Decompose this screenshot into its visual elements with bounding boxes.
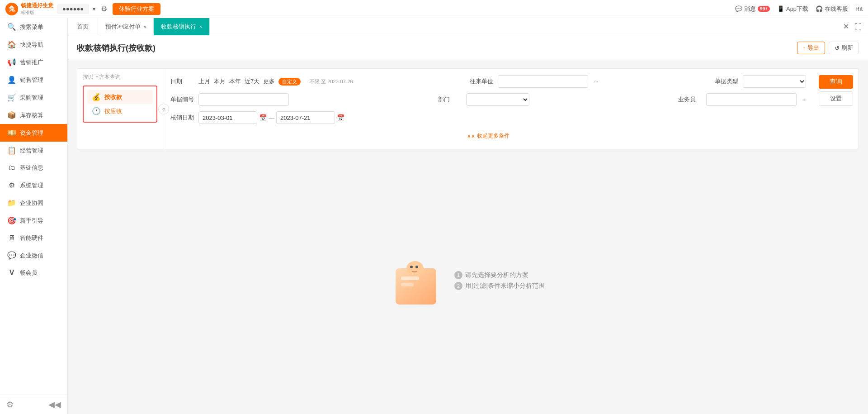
online-service-button[interactable]: 🎧 在线客服 xyxy=(816,5,848,13)
basic-info-icon: 🗂 xyxy=(7,164,16,172)
wechat-icon: 💬 xyxy=(7,251,16,260)
staff-label: 业务员 xyxy=(678,95,703,104)
sidebar-item-operations[interactable]: 📋 经营管理 xyxy=(0,142,67,159)
verify-end-cal-icon[interactable]: 📅 xyxy=(337,114,344,121)
order-no-input[interactable] xyxy=(198,93,289,106)
sidebar-item-purchase[interactable]: 🛒 采购管理 xyxy=(0,89,67,106)
message-button[interactable]: 💬 消息 99+ xyxy=(735,5,770,13)
tab-prepay[interactable]: 预付冲应付单 × xyxy=(98,18,154,35)
search-icon: 🔍 xyxy=(7,23,16,31)
verify-end-input[interactable] xyxy=(276,111,335,124)
hardware-icon: 🖥 xyxy=(7,234,16,242)
gear-icon[interactable]: ⚙ xyxy=(101,5,107,13)
date-label: 日期 xyxy=(170,77,195,86)
query-actions: 查询 设置 xyxy=(813,69,859,149)
collapse-sidebar-icon[interactable]: ◀◀ xyxy=(48,400,61,409)
date-last-month[interactable]: 上月 xyxy=(198,77,210,86)
service-icon: 🎧 xyxy=(816,5,823,12)
system-icon: ⚙ xyxy=(7,181,16,190)
sidebar-item-marketing[interactable]: 📢 营销推广 xyxy=(0,53,67,71)
page-title: 收款核销执行(按收款) xyxy=(77,43,156,53)
tab-bar: 首页 预付冲应付单 × 收款核销执行 × ✕ ⛶ xyxy=(68,18,868,35)
date-7days[interactable]: 近7天 xyxy=(245,77,259,86)
order-no-field: 单据编号 xyxy=(170,93,289,106)
sidebar-item-basic-info[interactable]: 🗂 基础信息 xyxy=(0,159,67,176)
filter-row-3: 核销日期 📅 — 📅 xyxy=(170,111,806,124)
tab-home[interactable]: 首页 xyxy=(68,18,98,35)
company-selector[interactable]: ●●●●●● xyxy=(57,4,89,14)
industry-solution-button[interactable]: 休验行业方案 xyxy=(113,3,160,15)
staff-input[interactable] xyxy=(706,93,797,106)
filter-row-2: 单据编号 部门 xyxy=(170,93,806,106)
order-no-label: 单据编号 xyxy=(170,95,195,104)
query-button[interactable]: 查询 xyxy=(819,75,853,89)
close-tab-icon[interactable]: ✕ xyxy=(841,20,851,33)
sidebar-item-search[interactable]: 🔍 搜索菜单 xyxy=(0,18,67,36)
marketing-icon: 📢 xyxy=(7,58,16,67)
sidebar-item-member[interactable]: V 畅会员 xyxy=(0,264,67,281)
tab-verify[interactable]: 收款核销执行 × xyxy=(154,18,209,35)
sidebar-item-guide[interactable]: 🎯 新手引导 xyxy=(0,212,67,229)
collapse-conditions-button[interactable]: ∧∧ 收起更多条件 xyxy=(170,129,806,143)
expand-icon[interactable]: ⛶ xyxy=(853,21,863,33)
empty-hint-2: 2 用[过滤]条件来缩小分析范围 xyxy=(454,282,545,290)
tab-close-verify[interactable]: × xyxy=(199,24,202,29)
filter-by-receipt[interactable]: 💰 按收款 xyxy=(87,90,153,104)
guide-icon: 🎯 xyxy=(7,216,16,225)
date-sub-text: 不限 至 2023-07-26 xyxy=(310,78,353,85)
refresh-icon: ↺ xyxy=(835,45,840,52)
app-name: 畅捷通好生意 xyxy=(21,2,53,10)
sidebar-item-inventory[interactable]: 📦 库存核算 xyxy=(0,106,67,124)
sidebar-item-hardware[interactable]: 🖥 智能硬件 xyxy=(0,229,67,247)
verify-date-label: 核销日期 xyxy=(170,114,195,122)
collapse-up-icon: ∧∧ xyxy=(467,133,475,139)
sidebar-item-finance[interactable]: 💴 资金管理 xyxy=(0,124,67,142)
sidebar-item-sales[interactable]: 👤 销售管理 xyxy=(0,71,67,89)
empty-state: 1 请先选择要分析的方案 2 用[过滤]条件来缩小分析范围 xyxy=(391,259,545,305)
date-this-month[interactable]: 本月 xyxy=(214,77,226,86)
settings-bottom-icon[interactable]: ⚙ xyxy=(6,400,14,409)
verify-date-range: 📅 — 📅 xyxy=(198,111,344,124)
date-quick-links: 上月 本月 本年 近7天 更多 自定义 xyxy=(198,77,301,86)
tab-close-prepay[interactable]: × xyxy=(143,24,146,29)
order-type-field: 单据类型 xyxy=(715,75,806,88)
verify-start-cal-icon[interactable]: 📅 xyxy=(259,114,267,121)
date-this-year[interactable]: 本年 xyxy=(229,77,241,86)
filter-collapse-button[interactable]: « xyxy=(158,104,169,114)
date-field: 日期 上月 本月 本年 近7天 更多 自定义 xyxy=(170,77,301,86)
top-bar-right: 💬 消息 99+ 📱 App下载 🎧 在线客服 Rit xyxy=(735,5,863,13)
message-badge: 99+ xyxy=(758,6,770,12)
date-custom-tag[interactable]: 自定义 xyxy=(278,78,301,86)
sidebar-item-nav[interactable]: 🏠 快捷导航 xyxy=(0,36,67,53)
staff-more-icon[interactable]: ··· xyxy=(802,95,806,105)
partner-input[interactable] xyxy=(498,75,588,88)
sidebar-item-wechat[interactable]: 💬 企业微信 xyxy=(0,247,67,264)
receipt-icon: 💰 xyxy=(92,93,101,101)
app-download-button[interactable]: 📱 App下载 xyxy=(777,5,808,13)
dept-label: 部门 xyxy=(438,95,462,104)
staff-field: 业务员 ··· xyxy=(678,93,806,106)
partner-field: 往来单位 ··· xyxy=(470,75,598,88)
empty-hint-1: 1 请先选择要分析的方案 xyxy=(454,271,545,279)
sidebar-item-cooperation[interactable]: 📁 企业协同 xyxy=(0,194,67,212)
dropdown-arrow-icon[interactable]: ▾ xyxy=(93,6,95,12)
user-name[interactable]: Rit xyxy=(855,5,863,12)
member-icon: V xyxy=(7,269,16,277)
filter-by-receivable[interactable]: 🕐 按应收 xyxy=(87,104,153,118)
export-button[interactable]: ↑ 导出 xyxy=(797,42,826,54)
sidebar-item-system[interactable]: ⚙ 系统管理 xyxy=(0,176,67,194)
dept-field: 部门 xyxy=(438,93,529,106)
verify-start-input[interactable] xyxy=(198,111,257,124)
dept-select[interactable] xyxy=(466,93,529,106)
partner-label: 往来单位 xyxy=(470,77,494,86)
app-icon: 📱 xyxy=(777,5,784,12)
sales-icon: 👤 xyxy=(7,76,16,84)
date-more[interactable]: 更多 xyxy=(263,77,275,86)
partner-more-icon[interactable]: ··· xyxy=(594,77,598,86)
filter-row-1: 日期 上月 本月 本年 近7天 更多 自定义 不限 至 2023-0 xyxy=(170,75,806,88)
refresh-button[interactable]: ↺ 刷新 xyxy=(829,42,859,54)
settings-button[interactable]: 设置 xyxy=(819,91,853,106)
order-type-label: 单据类型 xyxy=(715,77,739,86)
order-type-select[interactable] xyxy=(743,75,806,88)
app-version: 标准版 xyxy=(21,10,53,16)
